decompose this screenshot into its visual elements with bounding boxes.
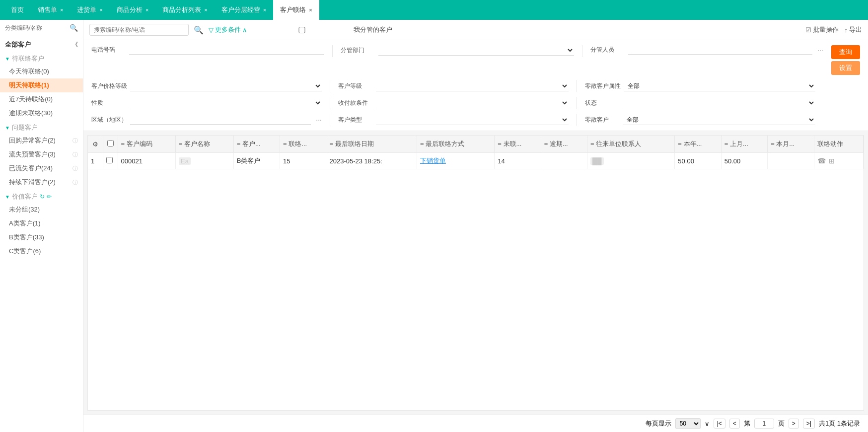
phone-action-icon[interactable]: ☎ (817, 157, 826, 165)
sidebar-item-week-contact[interactable]: 近7天待联络(0) (0, 92, 83, 106)
region-input[interactable] (130, 115, 311, 125)
th-gear[interactable]: ⚙ (88, 136, 103, 153)
filter-cell-region: 区域（地区） ··· (91, 115, 322, 125)
nav-item-goods-analysis[interactable]: 商品分析 × (110, 0, 155, 20)
customer-type-select[interactable] (376, 115, 569, 125)
search-input[interactable] (89, 24, 189, 36)
my-customers-checkbox-label[interactable]: 我分管的客户 (252, 25, 392, 34)
batch-op-button[interactable]: ☑ 批量操作 (805, 25, 839, 34)
nav-item-customer-tier[interactable]: 客户分层经营 × (215, 0, 273, 20)
batch-op-icon: ☑ (805, 26, 811, 34)
page-size-select[interactable]: 10 20 50 100 (675, 418, 701, 429)
person-input[interactable] (628, 45, 813, 55)
th-last-month[interactable]: = 上月... (721, 136, 767, 153)
search-icon[interactable]: 🔍 (70, 24, 78, 32)
sidebar-item-churn-warning[interactable]: 流失预警客户(3) ⓘ (0, 147, 83, 161)
close-icon[interactable]: × (309, 7, 312, 13)
more-conditions-button[interactable]: ▽ 更多条件 ∧ (209, 25, 247, 34)
td-type: B类客户 (233, 153, 280, 169)
phone-input[interactable] (129, 45, 324, 55)
edit-icon[interactable]: ✏ (47, 193, 52, 200)
person-dots-icon[interactable]: ··· (817, 46, 823, 54)
filter-label-region: 区域（地区） (91, 116, 127, 124)
payment-select[interactable] (376, 98, 569, 108)
nav-item-goods-analysis-list[interactable]: 商品分析列表 × (155, 0, 214, 20)
query-button[interactable]: 查询 (831, 45, 860, 59)
th-this-year[interactable]: = 本年... (675, 136, 721, 153)
customer-level-select[interactable] (376, 81, 569, 91)
filter-cell-price-level: 客户价格等级 (91, 81, 322, 91)
export-button[interactable]: ↑ 导出 (845, 25, 863, 34)
select-all-checkbox[interactable] (107, 140, 114, 146)
th-this-month[interactable]: = 本月... (768, 136, 814, 153)
collapse-icon[interactable]: 《 (72, 41, 78, 49)
nature-select[interactable] (129, 98, 322, 108)
th-last-contact-date[interactable]: = 最后联络日期 (326, 136, 417, 153)
close-icon[interactable]: × (60, 7, 63, 13)
sidebar-item-churned[interactable]: 已流失客户(24) ⓘ (0, 161, 83, 175)
th-last-contact-method[interactable]: = 最后联络方式 (417, 136, 494, 153)
filter-cell-payment: 收付款条件 (338, 98, 569, 108)
dept-select[interactable] (378, 45, 574, 56)
last-page-button[interactable]: >| (803, 419, 815, 429)
sidebar-item-type-a[interactable]: A类客户(1) (0, 216, 83, 230)
grid-action-icon[interactable]: ⊞ (829, 157, 835, 165)
th-overdue[interactable]: = 逾期... (541, 136, 587, 153)
page-suffix: 页 (778, 419, 785, 428)
sidebar-item-ungrouped[interactable]: 未分组(32) (0, 203, 83, 216)
td-last-contact-method[interactable]: 下销货单 (417, 153, 494, 169)
filter-label-scatter: 零散客户 (585, 116, 620, 124)
refresh-icon[interactable]: ↻ (40, 193, 45, 200)
close-icon[interactable]: × (99, 7, 102, 13)
all-customers-header: 全部客户 《 (0, 36, 83, 51)
scatter-select[interactable]: 全部 (623, 115, 815, 125)
sidebar-search-input[interactable] (5, 24, 70, 31)
nav-item-customer-contact[interactable]: 客户联络 × (273, 0, 319, 20)
table-header-row: ⚙ = 客户编码 = 客户名称 = 客户... = 联络... = 最后联络日期… (88, 136, 864, 153)
th-name[interactable]: = 客户名称 (176, 136, 234, 153)
price-level-select[interactable] (130, 81, 322, 91)
unit-contact-masked: ██ (590, 157, 603, 165)
sidebar-item-type-c[interactable]: C类客户(6) (0, 244, 83, 258)
prev-page-button[interactable]: < (729, 419, 740, 429)
td-name: Ea (176, 153, 234, 169)
filter-label-customer-level: 客户等级 (338, 82, 373, 90)
close-icon[interactable]: × (263, 7, 266, 13)
td-check[interactable] (103, 153, 118, 169)
th-type[interactable]: = 客户... (233, 136, 280, 153)
td-index: 1 (88, 153, 103, 169)
sidebar-item-today-contact[interactable]: 今天待联络(0) (0, 65, 83, 78)
nav-item-sales[interactable]: 销售单 × (31, 0, 70, 20)
group-pending-contact: ▼ 待联络客户 今天待联络(0) 明天待联络(1) 近7天待联络(0) 逾期未联… (0, 51, 83, 120)
sidebar-item-declining[interactable]: 持续下滑客户(2) ⓘ (0, 175, 83, 189)
region-dots-icon[interactable]: ··· (316, 116, 322, 124)
status-select[interactable] (623, 98, 815, 108)
sidebar-item-tomorrow-contact[interactable]: 明天待联络(1) (0, 78, 83, 92)
row-checkbox[interactable] (106, 157, 113, 163)
close-icon[interactable]: × (145, 7, 148, 13)
search-button[interactable]: 🔍 (194, 25, 204, 35)
next-page-button[interactable]: > (789, 419, 799, 429)
customer-name-masked: Ea (179, 157, 191, 165)
th-unit-contact[interactable]: = 往来单位联系人 (587, 136, 675, 153)
th-contacts[interactable]: = 联络... (280, 136, 326, 153)
first-page-button[interactable]: |< (714, 419, 725, 429)
sidebar-item-repurchase-abnormal[interactable]: 回购异常客户(2) ⓘ (0, 134, 83, 147)
nav-item-home[interactable]: 首页 (4, 0, 31, 20)
th-code[interactable]: = 客户编码 (118, 136, 176, 153)
my-customers-checkbox[interactable] (252, 27, 352, 33)
sidebar-item-overdue-contact[interactable]: 逾期未联络(30) (0, 106, 83, 120)
filter-label-scatter-attr: 零散客户属性 (585, 82, 621, 90)
th-check[interactable] (103, 136, 118, 153)
filter-icon: ▽ (209, 26, 214, 34)
sidebar-item-type-b[interactable]: B类客户(33) (0, 230, 83, 244)
filter-label-phone: 电话号码 (91, 46, 126, 54)
settings-button[interactable]: 设置 (831, 61, 860, 75)
nav-item-purchase[interactable]: 进货单 × (70, 0, 109, 20)
filter-row-2: 客户价格等级 客户等级 零散客户属性 全部 (91, 80, 860, 92)
scatter-attr-select[interactable]: 全部 (624, 81, 815, 91)
th-not-contacted[interactable]: = 未联... (495, 136, 541, 153)
page-number-input[interactable] (754, 419, 774, 429)
sidebar: 🔍 全部客户 《 ▼ 待联络客户 今天待联络(0) 明天待联络(1) (0, 20, 83, 432)
close-icon[interactable]: × (204, 7, 207, 13)
